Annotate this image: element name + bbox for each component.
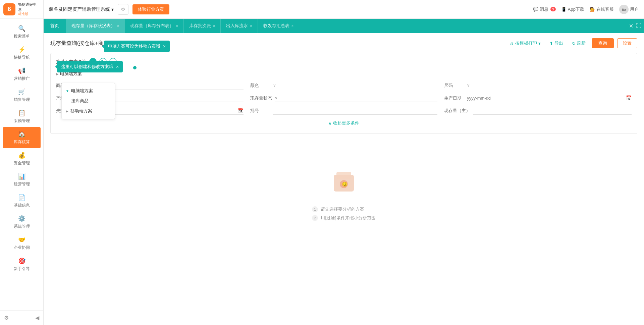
size-select[interactable]: ∨ [467,82,632,89]
sidebar: 6 畅捷通好生意 标准版 🔍 搜索菜单 ⚡ 快捷导航 📢 营销推广 🛒 销售管理… [0,0,44,325]
batch-label: 批号 [250,108,270,114]
tab-batch-account-label: 库存批次账 [189,23,211,29]
tab-batch-close[interactable]: × [213,24,215,28]
tooltip-2-text: 这里可以创建和修改方案哦 [61,64,113,70]
sidebar-logo: 6 畅捷通好生意 标准版 [0,0,43,19]
color-select[interactable]: ∨ [273,82,438,89]
collapse-sidebar-btn[interactable]: ◀ [35,315,39,321]
sidebar-item-search[interactable]: 🔍 搜索菜单 [0,21,43,43]
sidebar-item-label: 企业协同 [14,245,30,251]
stock-amount-from[interactable] [473,108,500,113]
tab-inventory-status[interactable]: 现存量（库存状况表） × [66,19,124,33]
tree-expand-icon: ▼ [66,89,69,93]
stock-amount-label: 现存量（主） [444,108,470,114]
sidebar-item-finance[interactable]: 💰 资金管理 [0,148,43,169]
tab-home-label: 首页 [50,23,59,29]
tab-maximize-btn[interactable]: ⛶ [636,23,641,29]
sidebar-item-label: 系统管理 [14,224,30,229]
sidebar-item-label: 搜索菜单 [14,34,30,39]
export-icon: ⬆ [549,41,553,46]
prod-date-calendar-icon: 📅 [626,95,632,101]
prod-date-field[interactable] [467,96,626,101]
query-btn[interactable]: 查询 [592,38,614,48]
logo-icon: 6 [3,3,15,15]
message-btn[interactable]: 💬 消息 9 [533,6,556,12]
batch-input[interactable] [273,107,438,115]
size-chevron: ∨ [467,83,470,88]
prod-date-input[interactable]: 📅 [467,94,632,102]
message-label: 消息 [540,6,548,12]
tab-io-flow-close[interactable]: × [250,24,252,28]
svg-text:😟: 😟 [342,181,348,187]
tab-home[interactable]: 首页 [44,19,66,33]
svg-rect-1 [336,172,351,179]
tooltip-2-close[interactable]: × [116,64,119,69]
settings-page-btn[interactable]: 设置 [617,38,637,48]
empty-icon: 😟 [327,165,361,198]
tree-item-mobile[interactable]: ▶ 移动端方案 [62,106,115,116]
sidebar-item-system[interactable]: ⚙️ 系统管理 [0,212,43,233]
empty-state: 😟 1 请先选择要分析的方案 2 用[过滤]条件来缩小分析范围 [50,138,637,249]
sidebar-item-operation[interactable]: 📊 经营管理 [0,169,43,191]
operation-nav-icon: 📊 [18,173,25,180]
system-title-select[interactable]: 装备及固定资产辅助管理系统 ▾ [49,6,114,12]
enterprise-nav-icon: 🤝 [18,236,25,243]
tab-inventory-dist-close[interactable]: × [176,24,178,28]
sidebar-item-guide[interactable]: 🎯 新手引导 [0,254,43,275]
export-btn[interactable]: ⬆ 导出 [547,39,566,48]
tab-bar: 首页 现存量（库存状况表） × 现存量（库存分布表） × 库存批次账 × 出入库… [44,19,644,33]
tooltip-1-text: 电脑方案可设为移动方案哦 [108,43,160,49]
online-service-btn[interactable]: 💁 在线客服 [590,6,614,12]
stock-amount-to[interactable] [509,108,536,113]
sidebar-item-inventory[interactable]: 🏠 库存核算 [3,127,41,148]
sidebar-item-label: 采购管理 [14,118,30,124]
user-menu-btn[interactable]: Ea 用户 [619,5,639,14]
sidebar-item-label: 基础信息 [14,203,30,208]
print-btn[interactable]: 🖨 按模板打印 ▾ [507,39,543,48]
tree-item-label: 电脑端方案 [71,88,93,94]
sidebar-item-purchase[interactable]: 📋 采购管理 [0,106,43,127]
dot-indicator [133,66,137,69]
experience-btn[interactable]: 体验行业方案 [132,4,169,14]
tree-item-mobile-label: 移动端方案 [70,108,92,114]
filter-row-color: 颜色 ∨ [250,81,438,90]
header-settings-btn[interactable]: ⚙ [118,4,128,15]
app-download-btn[interactable]: 📱 App下载 [561,6,584,12]
sidebar-item-quick[interactable]: ⚡ 快捷导航 [0,43,43,64]
filter-grid: 商品 ··· 颜色 ∨ 尺码 [56,81,632,115]
tab-io-flow[interactable]: 出入库流水 × [220,19,257,33]
message-badge: 9 [550,7,556,11]
stock-status-chevron: ∨ [275,96,278,100]
sidebar-item-label: 资金管理 [14,160,30,166]
app-download-label: App下载 [568,6,584,12]
sidebar-item-label: 快捷导航 [14,55,30,60]
settings-bottom-btn[interactable]: ⚙ [4,315,9,321]
tab-inventory-dist[interactable]: 现存量（库存分布表） × [124,19,183,33]
empty-tips: 1 请先选择要分析的方案 2 用[过滤]条件来缩小分析范围 [312,205,375,222]
sidebar-item-enterprise[interactable]: 🤝 企业协同 [0,233,43,254]
tab-receipt-summary[interactable]: 收发存汇总表 × [258,19,299,33]
tab-batch-account[interactable]: 库存批次账 × [183,19,220,33]
refresh-icon: ↻ [572,41,576,46]
tab-receipt-close[interactable]: × [291,24,293,28]
tab-inventory-status-close[interactable]: × [117,24,119,28]
tab-close-all-btn[interactable]: ✕ [629,23,633,29]
collapse-btn[interactable]: ∧ 收起更多条件 [56,117,632,129]
tree-item-desktop[interactable]: ▼ 电脑端方案 [62,86,115,96]
sidebar-item-marketing[interactable]: 📢 营销推广 [0,64,43,85]
filter-row-batch: 批号 [250,106,438,115]
stock-status-select[interactable]: ∨ [275,94,438,102]
sidebar-item-sales[interactable]: 🛒 销售管理 [0,85,43,106]
page-content: 现存量查询(按仓库+商品) 🖨 按模板打印 ▾ ⬆ 导出 ↻ 刷新 [44,33,644,325]
refresh-btn[interactable]: ↻ 刷新 [569,39,588,48]
inventory-nav-icon: 🏠 [18,130,25,138]
range-sep: — [502,108,507,113]
purchase-nav-icon: 📋 [18,109,25,117]
tooltip-1-close[interactable]: × [163,44,166,49]
sidebar-nav: 🔍 搜索菜单 ⚡ 快捷导航 📢 营销推广 🛒 销售管理 📋 采购管理 🏠 库存核… [0,19,43,310]
page-title: 现存量查询(按仓库+商品) [50,40,111,47]
stock-status-label: 现存量状态 [250,95,272,101]
tree-item-by-warehouse[interactable]: 按库商品 [62,96,115,106]
tip-item-2: 2 用[过滤]条件来缩小分析范围 [312,214,375,222]
sidebar-item-basic[interactable]: 📄 基础信息 [0,191,43,212]
